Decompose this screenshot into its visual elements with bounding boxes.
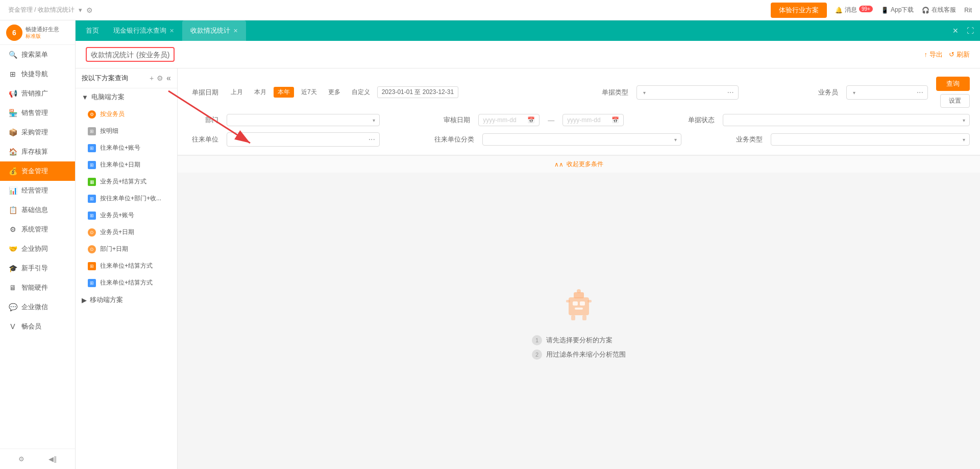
sidebar-item-inventory[interactable]: 🏠 库存核算 — [0, 142, 75, 161]
tab-home[interactable]: 首页 — [80, 20, 105, 41]
svg-rect-4 — [566, 300, 570, 302]
dept-chevron — [373, 116, 375, 124]
more-options-icon[interactable]: ··· — [727, 88, 733, 97]
sidebar-item-guide[interactable]: 🎓 新手引导 — [0, 259, 75, 278]
date-tab-more[interactable]: 更多 — [324, 87, 345, 98]
guide-icon: 🎓 — [8, 264, 17, 272]
trial-button[interactable]: 体验行业方案 — [771, 3, 827, 18]
nav-label-quicknav: 快捷导航 — [21, 69, 48, 79]
scheme-item-7[interactable]: ⊙ 业务员+日期 — [76, 224, 177, 241]
sidebar-item-marketing[interactable]: 📢 营销推广 — [0, 84, 75, 103]
grid-icon: ⊞ — [8, 70, 17, 78]
tab-right-buttons: ✕ ⛶ — [950, 25, 976, 37]
chevron-down-icon[interactable]: ▾ — [79, 6, 82, 14]
scheme-item-10[interactable]: ⊞ 往来单位+结算方式 — [76, 274, 177, 291]
date-tab-7days[interactable]: 近7天 — [297, 87, 321, 98]
date-tab-this-month[interactable]: 本月 — [250, 87, 271, 98]
query-button[interactable]: 查询 — [936, 77, 970, 91]
scheme-label-6: 业务员+账号 — [100, 211, 134, 220]
scheme-item-5[interactable]: ⊞ 按往来单位+部门+收... — [76, 190, 177, 207]
close-window-icon[interactable]: ✕ — [950, 25, 961, 37]
sidebar-item-hardware[interactable]: 🖥 智能硬件 — [0, 278, 75, 297]
voucher-type-select[interactable]: ··· — [636, 85, 739, 100]
sidebar-item-sales[interactable]: 🏪 销售管理 — [0, 103, 75, 123]
calendar-from-icon[interactable]: 📅 — [527, 116, 535, 124]
scheme-item-3[interactable]: ⊞ 往来单位+日期 — [76, 156, 177, 173]
scheme-icon-6: ⊞ — [88, 212, 96, 220]
partner-select[interactable]: ··· — [227, 132, 380, 147]
filter-settings-button[interactable]: 设置 — [940, 94, 970, 108]
date-to: 2023-12-31 — [423, 88, 454, 96]
sidebar-item-finance[interactable]: 💰 资金管理 — [0, 161, 75, 181]
collapse-sidebar-icon[interactable]: ◀‖ — [48, 455, 57, 463]
right-panel: 单据日期 上月 本月 本年 近7天 更多 自定义 2023-01-01 至 20 — [178, 68, 980, 469]
scheme-item-2[interactable]: ⊞ 往来单位+账号 — [76, 139, 177, 156]
scheme-item-0[interactable]: ⚙ 按业务员 — [76, 106, 177, 123]
calendar-to-icon[interactable]: 📅 — [611, 116, 619, 124]
sidebar-item-collab[interactable]: 🤝 企业协同 — [0, 239, 75, 259]
scheme-item-4[interactable]: ▦ 业务员+结算方式 — [76, 173, 177, 190]
refresh-button[interactable]: ↺ 刷新 — [949, 50, 970, 59]
nav-label-system: 系统管理 — [21, 225, 48, 234]
partner-more-icon[interactable]: ··· — [369, 135, 375, 144]
collapse-bar[interactable]: ∧∧ 收起更多条件 — [178, 155, 980, 173]
date-tab-this-year[interactable]: 本年 — [274, 87, 294, 98]
tab-cash-flow[interactable]: 现金银行流水查询 ✕ — [105, 20, 182, 41]
main-content: 首页 现金银行流水查询 ✕ 收款情况统计 ✕ ✕ ⛶ 收款情况统计 (按业务员) — [76, 20, 980, 469]
sidebar-item-quicknav[interactable]: ⊞ 快捷导航 — [0, 64, 75, 84]
scheme-item-8[interactable]: ⊙ 部门+日期 — [76, 241, 177, 257]
messages-button[interactable]: 🔔 消息 99+ — [835, 6, 873, 14]
date-tab-prev-month[interactable]: 上月 — [227, 87, 247, 98]
mobile-scheme-group-label: 移动端方案 — [90, 295, 123, 304]
tab-receipt-stats[interactable]: 收款情况统计 ✕ — [182, 20, 246, 41]
sidebar-item-purchase[interactable]: 📦 采购管理 — [0, 123, 75, 142]
date-label: 单据日期 — [188, 88, 218, 97]
partner-category-select[interactable] — [482, 133, 682, 146]
date-range-display: 2023-01-01 至 2023-12-31 — [377, 86, 458, 98]
collapse-panel-button[interactable]: « — [166, 74, 171, 83]
scheme-label-7: 业务员+日期 — [100, 228, 134, 237]
collapse-up-icon: ∧∧ — [554, 161, 564, 168]
logo-text: 畅捷通好生意 标准版 — [26, 26, 59, 39]
sidebar-item-member[interactable]: V 畅会员 — [0, 317, 75, 336]
dept-select[interactable] — [227, 114, 380, 126]
scheme-settings-button[interactable]: ⚙ — [157, 74, 163, 82]
settings-bottom-icon[interactable]: ⚙ — [18, 455, 24, 463]
top-bar-left: 资金管理 / 收款情况统计 ▾ ⚙ — [8, 6, 771, 14]
messages-label: 消息 — [845, 6, 857, 14]
date-tab-custom[interactable]: 自定义 — [348, 87, 374, 98]
review-date-to-input[interactable]: yyyy-mm-dd 📅 — [562, 114, 624, 126]
nav-label-purchase: 采购管理 — [21, 128, 48, 137]
scheme-icon-0: ⚙ — [88, 110, 96, 119]
voucher-status-select[interactable] — [723, 114, 970, 126]
scheme-label-9: 往来单位+结算方式 — [100, 262, 153, 270]
biz-type-select[interactable] — [771, 133, 970, 146]
settings-icon[interactable]: ⚙ — [86, 6, 93, 14]
app-download-button[interactable]: 📱 App下载 — [881, 6, 914, 14]
scheme-item-9[interactable]: ⊞ 往来单位+结算方式 — [76, 257, 177, 274]
pc-scheme-group-header[interactable]: ▼ 电脑端方案 — [76, 88, 177, 106]
salesperson-select[interactable]: ··· — [846, 85, 928, 100]
user-info[interactable]: Rit — [964, 7, 972, 14]
review-date-from-input[interactable]: yyyy-mm-dd 📅 — [478, 114, 540, 126]
export-icon: ↑ — [924, 51, 928, 58]
tab-receipt-stats-close[interactable]: ✕ — [233, 28, 238, 34]
mobile-scheme-group-header[interactable]: ▶ 移动端方案 — [76, 291, 177, 309]
sidebar-item-wechat[interactable]: 💬 企业微信 — [0, 297, 75, 317]
export-button[interactable]: ↑ 导出 — [924, 50, 943, 59]
salesperson-more-icon[interactable]: ··· — [917, 88, 923, 97]
partner-category-chevron — [674, 136, 677, 143]
online-service-button[interactable]: 🎧 在线客服 — [922, 6, 956, 14]
sidebar-item-system[interactable]: ⚙ 系统管理 — [0, 220, 75, 239]
scheme-item-6[interactable]: ⊞ 业务员+账号 — [76, 207, 177, 224]
sidebar-item-search[interactable]: 🔍 搜索菜单 — [0, 45, 75, 64]
add-scheme-button[interactable]: + — [150, 74, 154, 82]
maximize-window-icon[interactable]: ⛶ — [965, 25, 976, 37]
tab-cash-flow-close[interactable]: ✕ — [169, 28, 174, 34]
sidebar-item-basic[interactable]: 📋 基础信息 — [0, 200, 75, 220]
step-num-1: 1 — [532, 335, 542, 345]
voucher-type-label: 单据类型 — [602, 88, 628, 97]
sidebar-item-operations[interactable]: 📊 经营管理 — [0, 181, 75, 200]
scheme-item-1[interactable]: ⊞ 按明细 — [76, 123, 177, 139]
breadcrumb: 资金管理 / 收款情况统计 — [8, 6, 75, 14]
